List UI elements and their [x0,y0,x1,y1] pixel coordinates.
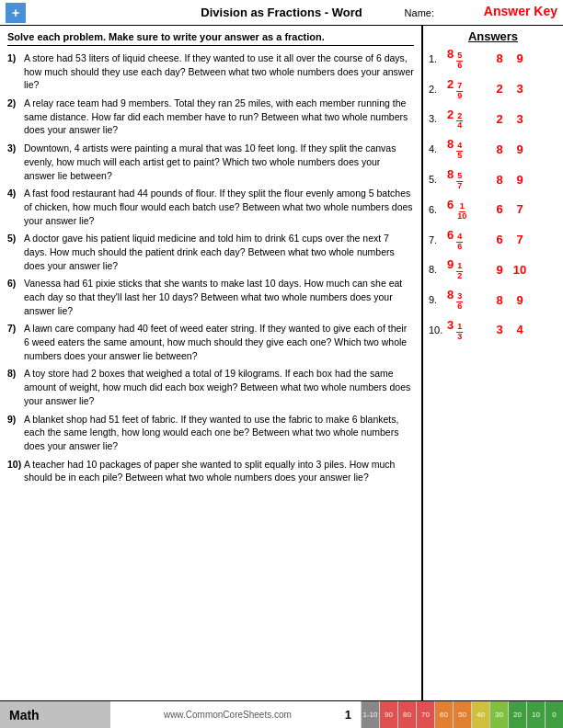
answer-row: 3. 224 2 3 [429,108,557,131]
answers-section: Answers 1. 856 8 9 2. 279 2 3 3. 224 2 3… [423,26,563,700]
answer-whole: 2 [447,77,454,91]
answer-whole: 3 [447,318,454,332]
answer-fraction: 6110 [447,198,488,222]
header-title: Division as Fractions - Word [201,6,362,19]
answer-frac-part: 46 [456,233,463,252]
frac-denominator: 3 [456,333,463,342]
answer-upper-bound: 9 [512,51,527,65]
answer-whole: 9 [447,257,454,271]
answer-number: 4. [429,143,447,154]
answer-row: 7. 646 6 7 [429,228,557,252]
problem-text: A relay race team had 9 members. Total t… [24,97,414,137]
problem-text: Downtown, 4 artists were painting a mura… [24,142,414,182]
problem-number: 10) [7,458,24,484]
answer-frac-part: 36 [456,292,463,312]
answer-lower-bound: 9 [492,263,507,277]
answer-number: 1. [429,53,447,64]
answer-fraction: 836 [447,288,488,312]
score-box: 20 [508,701,526,728]
problem-text: Vanessa had 61 pixie sticks that she wan… [24,277,414,317]
problem-number: 8) [7,367,24,407]
answer-frac-part: 12 [456,262,463,281]
answer-number: 9. [429,294,447,305]
footer: Math www.CommonCoreSheets.com 1 1-109080… [0,700,563,728]
problem-item: 9) A blanket shop had 51 feet of fabric.… [7,413,414,453]
answer-whole: 6 [447,228,454,242]
problem-text: A blanket shop had 51 feet of fabric. If… [24,413,414,453]
problem-number: 9) [7,413,24,453]
answer-number: 6. [429,204,447,215]
footer-url: www.CommonCoreSheets.com [110,710,345,720]
answer-frac-part: 79 [456,82,463,101]
problem-text: A doctor gave his patient liquid medicin… [24,232,414,272]
footer-scores: 1-109080706050403020100 [361,701,563,728]
answers-title: Answers [429,29,557,43]
problem-item: 4) A fast food restaurant had 44 pounds … [7,187,414,227]
answer-lower-bound: 8 [492,293,507,307]
answer-whole: 6 [447,198,454,211]
frac-denominator: 4 [456,121,463,131]
answer-upper-bound: 9 [512,142,527,156]
answer-upper-bound: 7 [512,202,527,216]
problem-number: 3) [7,142,24,182]
answer-row: 6. 6110 6 7 [429,198,557,222]
frac-denominator: 7 [456,182,463,191]
frac-denominator: 10 [456,212,467,222]
answer-fraction: 313 [447,318,488,342]
answer-row: 10. 313 3 4 [429,318,557,342]
problem-number: 7) [7,322,24,362]
frac-denominator: 5 [456,152,463,161]
answer-fraction: 279 [447,77,488,101]
answer-frac-part: 110 [456,202,467,222]
answer-number: 7. [429,234,447,245]
answer-row: 8. 912 9 10 [429,257,557,281]
answer-whole: 8 [447,137,454,151]
answer-fraction: 857 [447,167,488,191]
answer-frac-part: 56 [456,51,463,71]
footer-page: 1 [345,708,351,722]
answer-fraction: 845 [447,137,488,161]
problem-number: 2) [7,97,24,137]
frac-denominator: 9 [456,92,463,101]
answer-key-label: Answer Key [484,4,557,18]
problem-text: A teacher had 10 packages of paper she w… [24,458,414,484]
score-box: 70 [416,701,434,728]
answer-fraction: 912 [447,257,488,281]
answer-frac-part: 45 [456,142,463,161]
answer-row: 2. 279 2 3 [429,77,557,101]
answers-container: 1. 856 8 9 2. 279 2 3 3. 224 2 3 4. 845 … [429,47,557,342]
score-box: 80 [397,701,416,728]
frac-denominator: 6 [456,243,463,252]
answer-fraction: 224 [447,108,488,131]
answer-frac-part: 13 [456,323,463,342]
answer-upper-bound: 7 [512,233,527,246]
answer-number: 3. [429,113,447,124]
frac-denominator: 6 [456,62,463,71]
main-content: Solve each problem. Make sure to write y… [0,26,563,700]
answer-lower-bound: 3 [492,323,507,336]
answer-row: 5. 857 8 9 [429,167,557,191]
footer-math-label: Math [0,701,110,728]
answer-fraction: 856 [447,47,488,71]
score-box: 10 [526,701,545,728]
answer-upper-bound: 3 [512,112,527,126]
problem-text: A lawn care company had 40 feet of weed … [24,322,414,362]
problem-item: 6) Vanessa had 61 pixie sticks that she … [7,277,414,317]
score-box: 60 [434,701,453,728]
problem-number: 5) [7,232,24,272]
answer-lower-bound: 8 [492,173,507,187]
problem-item: 8) A toy store had 2 boxes that weighed … [7,367,414,407]
score-box: 90 [379,701,397,728]
answer-lower-bound: 2 [492,112,507,126]
problem-number: 6) [7,277,24,317]
answer-number: 5. [429,174,447,185]
answer-lower-bound: 6 [492,202,507,216]
answer-lower-bound: 2 [492,82,507,96]
answer-whole: 8 [447,288,454,301]
answer-lower-bound: 8 [492,51,507,65]
header: + Division as Fractions - Word Name: Ans… [0,0,563,26]
answer-number: 2. [429,84,447,95]
frac-denominator: 6 [456,302,463,312]
frac-numerator: 4 [456,233,463,243]
instruction: Solve each problem. Make sure to write y… [7,31,414,46]
